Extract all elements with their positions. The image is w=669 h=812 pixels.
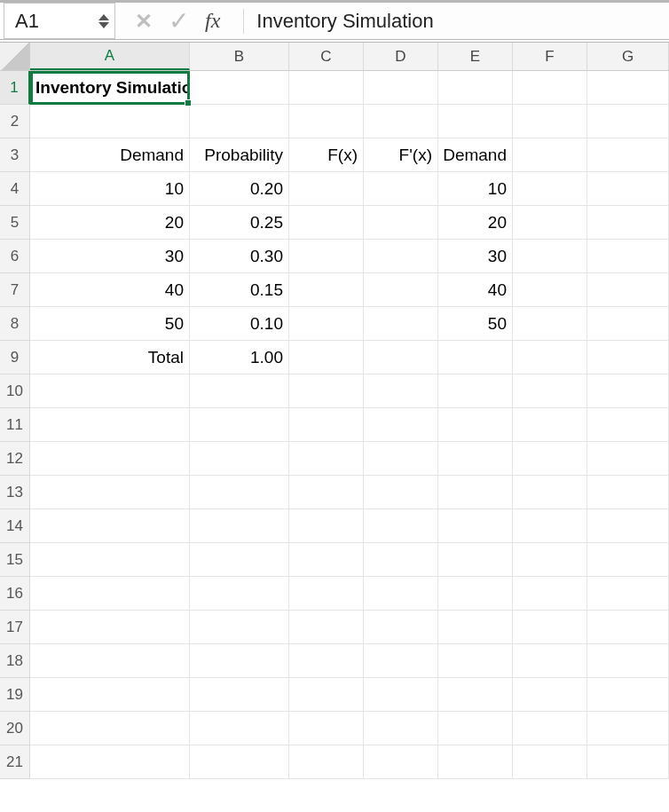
cell-F8[interactable] bbox=[513, 307, 587, 341]
cell-E10[interactable] bbox=[438, 374, 513, 408]
cell-E21[interactable] bbox=[438, 745, 513, 779]
cell-F9[interactable] bbox=[513, 341, 587, 374]
cell-B7[interactable]: 0.15 bbox=[190, 273, 289, 307]
cell-A19[interactable] bbox=[30, 678, 190, 712]
cell-C3[interactable]: F(x) bbox=[289, 138, 364, 172]
row-header-11[interactable]: 11 bbox=[0, 408, 30, 442]
cell-A16[interactable] bbox=[30, 577, 190, 611]
col-header-B[interactable]: B bbox=[190, 43, 289, 70]
cell-G21[interactable] bbox=[587, 745, 669, 779]
fx-icon[interactable]: fx bbox=[205, 9, 220, 33]
cell-A1[interactable]: Inventory Simulation bbox=[30, 71, 190, 105]
col-header-A[interactable]: A bbox=[30, 43, 190, 70]
cell-C1[interactable] bbox=[289, 71, 364, 105]
row-header-20[interactable]: 20 bbox=[0, 712, 30, 745]
row-header-6[interactable]: 6 bbox=[0, 240, 30, 273]
cell-B8[interactable]: 0.10 bbox=[190, 307, 289, 341]
row-header-1[interactable]: 1 bbox=[0, 71, 30, 105]
cell-E7[interactable]: 40 bbox=[438, 273, 513, 307]
cell-C15[interactable] bbox=[289, 543, 364, 577]
cell-E20[interactable] bbox=[438, 712, 513, 745]
cell-D21[interactable] bbox=[364, 745, 438, 779]
row-header-9[interactable]: 9 bbox=[0, 341, 30, 374]
cell-C16[interactable] bbox=[289, 577, 364, 611]
cell-D7[interactable] bbox=[364, 273, 438, 307]
name-box-spinner[interactable] bbox=[93, 14, 109, 28]
cell-G11[interactable] bbox=[587, 408, 669, 442]
cell-D15[interactable] bbox=[364, 543, 438, 577]
cell-E6[interactable]: 30 bbox=[438, 240, 513, 273]
cell-D1[interactable] bbox=[364, 71, 438, 105]
cell-F20[interactable] bbox=[513, 712, 587, 745]
cell-E13[interactable] bbox=[438, 476, 513, 509]
cell-G14[interactable] bbox=[587, 509, 669, 543]
cell-C5[interactable] bbox=[289, 206, 364, 240]
row-header-21[interactable]: 21 bbox=[0, 745, 30, 779]
cell-C7[interactable] bbox=[289, 273, 364, 307]
cell-E16[interactable] bbox=[438, 577, 513, 611]
cell-E9[interactable] bbox=[438, 341, 513, 374]
cell-G8[interactable] bbox=[587, 307, 669, 341]
cell-A4[interactable]: 10 bbox=[30, 172, 190, 206]
cell-D8[interactable] bbox=[364, 307, 438, 341]
cell-A11[interactable] bbox=[30, 408, 190, 442]
cell-G9[interactable] bbox=[587, 341, 669, 374]
cell-A21[interactable] bbox=[30, 745, 190, 779]
cell-B19[interactable] bbox=[190, 678, 289, 712]
cell-B4[interactable]: 0.20 bbox=[190, 172, 289, 206]
cell-B12[interactable] bbox=[190, 442, 289, 476]
cell-G19[interactable] bbox=[587, 678, 669, 712]
cell-B1[interactable] bbox=[190, 71, 289, 105]
cell-A13[interactable] bbox=[30, 476, 190, 509]
row-header-3[interactable]: 3 bbox=[0, 138, 30, 172]
cell-G7[interactable] bbox=[587, 273, 669, 307]
formula-input[interactable] bbox=[255, 9, 669, 34]
cell-G4[interactable] bbox=[587, 172, 669, 206]
cell-A14[interactable] bbox=[30, 509, 190, 543]
cell-A10[interactable] bbox=[30, 374, 190, 408]
cell-E4[interactable]: 10 bbox=[438, 172, 513, 206]
col-header-G[interactable]: G bbox=[587, 43, 669, 70]
cell-F1[interactable] bbox=[513, 71, 587, 105]
cell-A5[interactable]: 20 bbox=[30, 206, 190, 240]
cell-E17[interactable] bbox=[438, 611, 513, 644]
spinner-down-icon[interactable] bbox=[98, 22, 109, 28]
cell-D19[interactable] bbox=[364, 678, 438, 712]
cell-A20[interactable] bbox=[30, 712, 190, 745]
cell-G2[interactable] bbox=[587, 105, 669, 138]
cell-G17[interactable] bbox=[587, 611, 669, 644]
cell-C4[interactable] bbox=[289, 172, 364, 206]
cell-D13[interactable] bbox=[364, 476, 438, 509]
cell-B3[interactable]: Probability bbox=[190, 138, 289, 172]
col-header-D[interactable]: D bbox=[364, 43, 438, 70]
cell-E1[interactable] bbox=[438, 71, 513, 105]
cell-E14[interactable] bbox=[438, 509, 513, 543]
cell-G16[interactable] bbox=[587, 577, 669, 611]
row-header-15[interactable]: 15 bbox=[0, 543, 30, 577]
cell-D2[interactable] bbox=[364, 105, 438, 138]
cell-E15[interactable] bbox=[438, 543, 513, 577]
cell-B13[interactable] bbox=[190, 476, 289, 509]
cell-D16[interactable] bbox=[364, 577, 438, 611]
cell-F18[interactable] bbox=[513, 644, 587, 678]
cell-F15[interactable] bbox=[513, 543, 587, 577]
cell-C14[interactable] bbox=[289, 509, 364, 543]
cell-B15[interactable] bbox=[190, 543, 289, 577]
cell-A9[interactable]: Total bbox=[30, 341, 190, 374]
cell-D20[interactable] bbox=[364, 712, 438, 745]
cell-D12[interactable] bbox=[364, 442, 438, 476]
cell-B21[interactable] bbox=[190, 745, 289, 779]
cell-D3[interactable]: F'(x) bbox=[364, 138, 438, 172]
cell-B17[interactable] bbox=[190, 611, 289, 644]
cancel-icon[interactable]: ✕ bbox=[135, 11, 153, 32]
cell-G15[interactable] bbox=[587, 543, 669, 577]
cell-B18[interactable] bbox=[190, 644, 289, 678]
cell-E18[interactable] bbox=[438, 644, 513, 678]
cell-C8[interactable] bbox=[289, 307, 364, 341]
cell-D9[interactable] bbox=[364, 341, 438, 374]
cell-F5[interactable] bbox=[513, 206, 587, 240]
cell-G3[interactable] bbox=[587, 138, 669, 172]
cell-E19[interactable] bbox=[438, 678, 513, 712]
row-header-2[interactable]: 2 bbox=[0, 105, 30, 138]
cell-A17[interactable] bbox=[30, 611, 190, 644]
